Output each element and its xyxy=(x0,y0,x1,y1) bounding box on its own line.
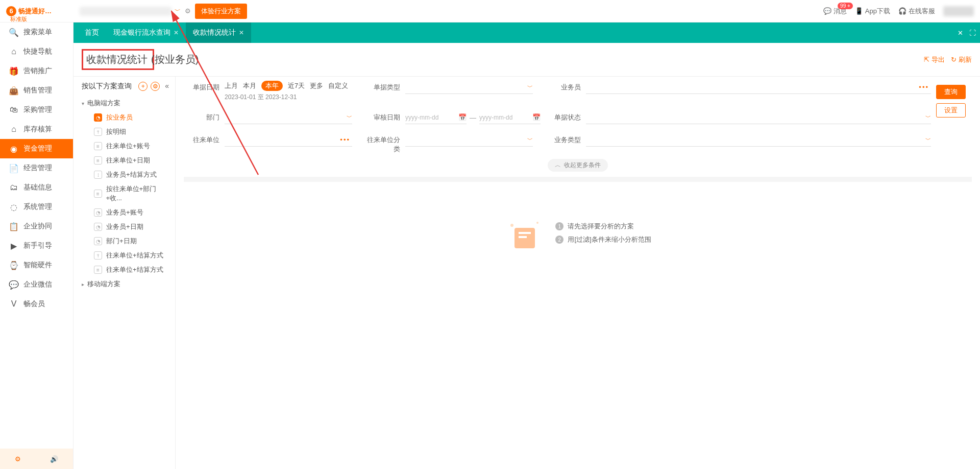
svg-point-5 xyxy=(536,222,538,224)
scheme-item-icon: ≡ xyxy=(94,266,102,274)
collapse-panel-icon[interactable]: « xyxy=(165,82,169,91)
scheme-group-0[interactable]: ▾电脑端方案 xyxy=(82,96,172,110)
settings-button[interactable]: 设置 xyxy=(936,103,966,118)
sound-icon[interactable]: 🔊 xyxy=(50,455,58,463)
select-dept[interactable]: ﹀ xyxy=(225,111,352,124)
sidebar-item-0[interactable]: 🔍搜索菜单 xyxy=(0,22,73,42)
export-button[interactable]: ⇱导出 xyxy=(924,55,945,64)
label-partner: 往来单位 xyxy=(184,133,219,145)
close-tab-icon[interactable]: ✕ xyxy=(239,29,244,36)
date-quick-picker[interactable]: 上月本月本年近7天更多自定义 xyxy=(225,81,352,91)
calendar-icon: 📅 xyxy=(458,113,467,121)
fullscreen-icon[interactable]: ⛶ xyxy=(969,29,976,37)
scheme-group-1[interactable]: ▸移动端方案 xyxy=(82,277,172,291)
sidebar-item-4[interactable]: 🛍采购管理 xyxy=(0,100,73,120)
scheme-item-0-7[interactable]: ◔业务员+日期 xyxy=(92,220,172,234)
sidebar-item-11[interactable]: ▶新手引导 xyxy=(0,236,73,255)
scheme-item-icon: ≡ xyxy=(94,156,102,165)
close-tab-icon[interactable]: ✕ xyxy=(174,29,179,36)
sidebar-item-12[interactable]: ⌚智能硬件 xyxy=(0,255,73,275)
tab-0[interactable]: 首页 xyxy=(78,22,106,43)
sidebar-item-10[interactable]: 📋企业协同 xyxy=(0,217,73,236)
scheme-item-0-10[interactable]: ≡往来单位+结算方式 xyxy=(92,263,172,277)
label-salesman: 业务员 xyxy=(545,81,581,92)
user-avatar[interactable] xyxy=(943,6,974,16)
header-right: 💬 消息 99 + 📱 App下载 🎧 在线客服 xyxy=(823,6,974,16)
caret-icon: ▾ xyxy=(82,101,84,106)
nav-icon: 🔍 xyxy=(9,28,18,37)
nav-icon: 🛍 xyxy=(9,105,18,114)
scheme-item-0-0[interactable]: ◔按业务员 xyxy=(92,110,172,125)
label-bill-type: 单据类型 xyxy=(364,81,400,92)
try-industry-button[interactable]: 体验行业方案 xyxy=(195,4,247,19)
label-bill-status: 单据状态 xyxy=(545,111,581,122)
nav-icon: ⌚ xyxy=(9,261,18,270)
empty-illustration xyxy=(504,213,545,253)
messages-link[interactable]: 💬 消息 99 + xyxy=(823,7,847,16)
audit-date-from[interactable]: yyyy-mm-dd📅 xyxy=(405,111,467,124)
date-quick-3[interactable]: 近7天 xyxy=(288,81,305,90)
scheme-settings-icon[interactable]: ⚙ xyxy=(151,82,160,91)
gear-icon[interactable]: ⚙ xyxy=(185,7,191,15)
logo-icon: 6 xyxy=(6,6,16,16)
scheme-item-0-5[interactable]: ≡按往来单位+部门+收... xyxy=(92,182,172,205)
company-selector[interactable]: ﹀ xyxy=(80,7,181,16)
support-link[interactable]: 🎧 在线客服 xyxy=(898,7,935,16)
sidebar-item-5[interactable]: ⌂库存核算 xyxy=(0,120,73,139)
scheme-panel: 按以下方案查询 + ⚙ « ▾电脑端方案◔按业务员⫯按明细≡往来单位+账号≡往来… xyxy=(74,77,176,469)
scheme-item-0-6[interactable]: ◔业务员+账号 xyxy=(92,205,172,220)
sidebar-item-7[interactable]: 📄经营管理 xyxy=(0,158,73,178)
app-download-link[interactable]: 📱 App下载 xyxy=(855,7,890,16)
query-button[interactable]: 查询 xyxy=(936,85,966,99)
label-bill-date: 单据日期 xyxy=(184,81,219,92)
add-scheme-icon[interactable]: + xyxy=(138,82,148,91)
label-biz-type: 业务类型 xyxy=(545,133,581,145)
logo: 6 畅捷通好… xyxy=(6,6,74,16)
refresh-button[interactable]: ↻刷新 xyxy=(951,55,972,64)
chevron-down-icon: ﹀ xyxy=(527,136,533,144)
audit-date-to[interactable]: yyyy-mm-dd📅 xyxy=(479,111,541,124)
scheme-item-0-2[interactable]: ≡往来单位+账号 xyxy=(92,139,172,153)
select-bill-type[interactable]: ﹀ xyxy=(405,81,533,94)
sidebar-item-9[interactable]: ◌系统管理 xyxy=(0,197,73,217)
scheme-item-0-8[interactable]: ◔部门+日期 xyxy=(92,234,172,248)
scheme-item-0-1[interactable]: ⫯按明细 xyxy=(92,125,172,139)
chevron-up-icon: ︿ xyxy=(555,161,561,170)
label-dept: 部门 xyxy=(184,111,219,122)
select-salesman[interactable]: ••• xyxy=(586,81,931,94)
scheme-item-0-9[interactable]: ⫯往来单位+结算方式 xyxy=(92,248,172,263)
nav-icon: 👜 xyxy=(9,86,18,95)
select-bill-status[interactable]: ﹀ xyxy=(586,111,931,124)
collapse-filters-button[interactable]: ︿ 收起更多条件 xyxy=(548,159,608,172)
chevron-down-icon: ﹀ xyxy=(175,7,181,15)
scheme-item-0-3[interactable]: ≡往来单位+日期 xyxy=(92,153,172,168)
date-quick-4[interactable]: 更多 xyxy=(310,81,323,90)
select-biz-type[interactable]: ﹀ xyxy=(586,133,931,147)
tab-2[interactable]: 收款情况统计✕ xyxy=(186,22,251,43)
tab-1[interactable]: 现金银行流水查询✕ xyxy=(106,22,186,43)
nav-icon: 📄 xyxy=(9,163,18,173)
select-partner[interactable]: ••• xyxy=(225,133,352,147)
headset-icon: 🎧 xyxy=(898,7,906,15)
top-header: 6 畅捷通好… 标准版 ﹀ ⚙ 体验行业方案 💬 消息 99 + 📱 App下载… xyxy=(0,0,980,22)
export-icon: ⇱ xyxy=(924,56,929,63)
scheme-item-0-4[interactable]: ⫶业务员+结算方式 xyxy=(92,168,172,182)
label-partner-cat: 往来单位分类 xyxy=(364,133,400,154)
sidebar-item-8[interactable]: 🗂基础信息 xyxy=(0,178,73,197)
date-quick-2[interactable]: 本年 xyxy=(261,81,283,91)
settings-icon[interactable]: ⚙ xyxy=(15,455,21,463)
date-quick-5[interactable]: 自定义 xyxy=(328,81,348,90)
sidebar-item-6[interactable]: ◉资金管理 xyxy=(0,139,73,158)
close-all-tabs-icon[interactable]: ✕ xyxy=(958,29,963,37)
content: 按以下方案查询 + ⚙ « ▾电脑端方案◔按业务员⫯按明细≡往来单位+账号≡往来… xyxy=(74,77,980,469)
sidebar-item-13[interactable]: 💬企业微信 xyxy=(0,275,73,294)
select-partner-cat[interactable]: ﹀ xyxy=(405,133,533,147)
date-quick-1[interactable]: 本月 xyxy=(243,81,256,90)
sidebar-item-3[interactable]: 👜销售管理 xyxy=(0,81,73,100)
sidebar-item-1[interactable]: ⌂快捷导航 xyxy=(0,42,73,61)
date-quick-0[interactable]: 上月 xyxy=(225,81,238,90)
sidebar-item-2[interactable]: 🎁营销推广 xyxy=(0,61,73,81)
chevron-down-icon: ﹀ xyxy=(925,113,931,121)
sidebar-item-14[interactable]: V畅会员 xyxy=(0,294,73,314)
refresh-icon: ↻ xyxy=(951,56,957,63)
